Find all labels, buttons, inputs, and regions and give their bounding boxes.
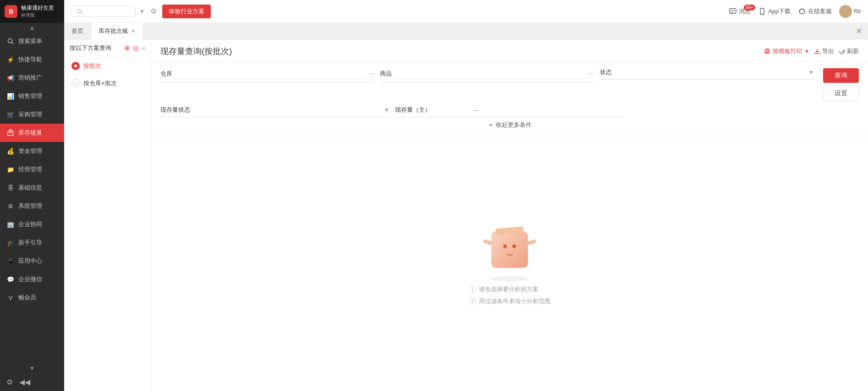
messages-btn[interactable]: 消息 99+ [729, 7, 751, 16]
svg-rect-15 [766, 52, 769, 53]
sidebar-item-marketing[interactable]: 📢 营销推广 [0, 69, 64, 87]
tab-close-icon[interactable]: ✕ [131, 28, 136, 34]
search-icon [6, 37, 15, 45]
warehouse-label: 仓库 [160, 70, 172, 78]
printer-icon [764, 48, 771, 55]
left-panel-item-by-warehouse-batch[interactable]: 按仓库+批次 [64, 75, 151, 92]
left-panel-item-by-batch[interactable]: 按批次 [64, 57, 151, 75]
page-header: 现存量查询(按批次) 按模板打印 ▼ [151, 39, 868, 62]
page-header-actions: 按模板打印 ▼ 导出 [764, 47, 859, 55]
sidebar-item-operations[interactable]: 📁 经营管理 [0, 160, 64, 179]
empty-state: 1 请先选择要分析的方案 2 用过滤条件来缩小分析范围 [151, 136, 868, 391]
sidebar-item-label: 系统管理 [18, 202, 42, 210]
sidebar-item-enterprise[interactable]: 🏢 企业协同 [0, 215, 64, 234]
hint2-num: 2 [469, 298, 476, 305]
sidebar-item-label: 营销推广 [18, 74, 42, 82]
sidebar-item-search-menu[interactable]: 搜索菜单 [0, 32, 64, 50]
svg-point-8 [762, 13, 763, 14]
sidebar-item-newbie[interactable]: 🎓 新手引导 [0, 234, 64, 252]
refresh-btn[interactable]: 刷新 [839, 47, 859, 55]
topbar-gear-icon[interactable]: ⚙ [150, 7, 157, 16]
vip-icon: V [6, 293, 15, 302]
product-label: 商品 [380, 70, 392, 78]
svg-point-12 [74, 65, 77, 67]
export-btn-label: 导出 [822, 47, 834, 55]
refresh-icon [839, 48, 845, 54]
refresh-btn-label: 刷新 [847, 47, 859, 55]
cart-icon: 🛒 [6, 110, 15, 119]
product-dots[interactable]: ··· [588, 70, 594, 78]
sidebar-item-wechat[interactable]: 💬 企业微信 [0, 270, 64, 288]
search-icon [77, 8, 83, 15]
scroll-up-arrow[interactable]: ▲ [0, 23, 64, 32]
export-btn[interactable]: 导出 [814, 47, 834, 55]
message-icon [729, 7, 737, 16]
sidebar-item-label: 基础信息 [18, 184, 42, 192]
tab-home[interactable]: 首页 [64, 23, 91, 39]
filter-area: 仓库 ··· 商品 ··· 状态 ▼ [151, 62, 868, 136]
sidebar-item-label: 应用中心 [18, 257, 42, 265]
svg-rect-6 [730, 9, 736, 13]
scheme-label: 按批次 [83, 62, 101, 70]
sidebar-item-label: 新手引导 [18, 239, 42, 247]
stock-status-select[interactable]: ▼ [192, 107, 390, 113]
app-download-btn[interactable]: App下载 [758, 7, 791, 16]
svg-rect-10 [799, 11, 800, 13]
settings-btn[interactable]: 设置 [823, 86, 859, 101]
try-industry-btn[interactable]: 体验行业方案 [162, 5, 211, 18]
phone-icon [758, 7, 766, 16]
add-scheme-icon[interactable]: ⊕ [124, 44, 130, 52]
svg-line-5 [81, 12, 82, 14]
close-page-icon[interactable]: ✕ [850, 26, 868, 36]
page-title: 现存量查询(按批次) [160, 46, 232, 57]
left-panel-title: 按以下方案查询 [70, 44, 111, 52]
sidebar-item-sales[interactable]: 📊 销售管理 [0, 87, 64, 105]
stock-qty-dash: — [473, 107, 479, 114]
gear-icon: ⚙ [6, 202, 15, 210]
app-edition: 标准版 [21, 12, 54, 18]
collapse-more-btn[interactable]: 收起更多条件 [160, 117, 859, 129]
collapse-left-panel-icon[interactable]: « [142, 44, 145, 52]
stock-qty-to[interactable] [483, 107, 519, 114]
sidebar-item-system[interactable]: ⚙ 系统管理 [0, 197, 64, 215]
sidebar-item-label: 企业微信 [18, 275, 42, 283]
stock-qty-from[interactable] [433, 107, 469, 114]
sidebar-item-basic[interactable]: 🗄 基础信息 [0, 179, 64, 197]
box-icon [6, 129, 15, 137]
sidebar-item-finance[interactable]: 💰 资金管理 [0, 142, 64, 160]
user-avatar-area[interactable]: Rit [839, 5, 861, 18]
tab-label: 库存批次账 [99, 27, 128, 35]
collapse-sidebar-icon[interactable]: ◀◀ [19, 378, 30, 386]
chart-icon: 📊 [6, 92, 15, 100]
settings-icon[interactable]: ⚙ [6, 378, 13, 386]
query-btn[interactable]: 查询 [823, 68, 859, 83]
sidebar-item-quick-nav[interactable]: ⚡ 快捷导航 [0, 50, 64, 69]
tab-inventory-batch[interactable]: 库存批次账 ✕ [91, 23, 143, 39]
sidebar-item-label: 企业协同 [18, 220, 42, 228]
scroll-down-arrow[interactable]: ▼ [0, 364, 64, 373]
svg-rect-11 [804, 11, 805, 13]
topbar-chevron-icon[interactable]: ▼ [139, 8, 145, 15]
search-input-area[interactable] [71, 6, 136, 17]
sidebar-item-inventory[interactable]: 库存核算 [0, 124, 64, 142]
sidebar-item-vip[interactable]: V 畅会员 [0, 288, 64, 307]
settings-scheme-icon[interactable]: ◎ [133, 44, 139, 52]
sidebar-item-label: 经营管理 [18, 165, 42, 174]
empty-hint-1: 1 请先选择要分析的方案 [469, 285, 550, 293]
product-input[interactable] [394, 68, 585, 79]
circle-icon [73, 64, 78, 68]
online-service-btn[interactable]: 在线客服 [798, 7, 832, 16]
sidebar-item-label: 采购管理 [18, 110, 42, 119]
tabbar: 首页 库存批次账 ✕ ✕ [64, 23, 868, 39]
tab-label: 首页 [71, 27, 83, 35]
avatar [839, 5, 852, 18]
sidebar-item-purchase[interactable]: 🛒 采购管理 [0, 105, 64, 124]
warehouse-input[interactable] [174, 68, 366, 79]
print-btn[interactable]: 按模板打印 ▼ [764, 47, 809, 55]
sidebar-item-appstore[interactable]: 📱 应用中心 [0, 252, 64, 270]
app-logo: B [5, 5, 17, 18]
sidebar-item-label: 库存核算 [18, 129, 42, 137]
hint1-num: 1 [469, 286, 476, 293]
print-chevron-icon: ▼ [804, 49, 809, 54]
warehouse-dots[interactable]: ··· [368, 70, 374, 78]
